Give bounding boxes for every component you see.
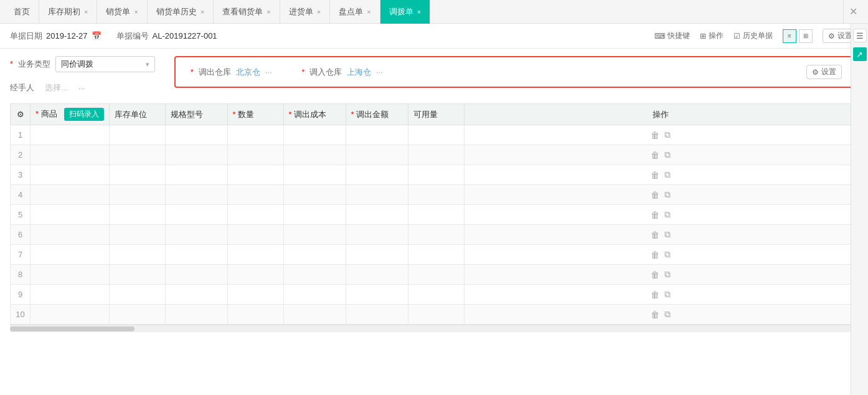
close-purchase[interactable]: × [317, 8, 321, 16]
close-inventory-init[interactable]: × [84, 8, 88, 16]
delete-icon-3[interactable]: 🗑 [651, 170, 659, 180]
shortcuts-btn[interactable]: ⌨ 快捷键 [654, 31, 690, 41]
row-spec-4[interactable] [165, 185, 227, 205]
sidebar-expand-icon[interactable]: ↗ [853, 47, 867, 61]
delete-icon-10[interactable]: 🗑 [651, 310, 659, 320]
row-product-5[interactable] [31, 205, 110, 225]
row-product-8[interactable] [31, 265, 110, 285]
row-product-10[interactable] [31, 305, 110, 325]
tab-home[interactable]: 首页 [5, 0, 39, 24]
layout-list-btn[interactable]: ≡ [783, 29, 796, 43]
close-view-sales[interactable]: × [267, 8, 270, 16]
close-sales-order[interactable]: × [134, 8, 138, 16]
row-amount-10[interactable] [346, 305, 408, 325]
row-spec-10[interactable] [165, 305, 227, 325]
delete-icon-8[interactable]: 🗑 [651, 270, 659, 280]
warehouse-out-value[interactable]: 北京仓 [236, 67, 260, 78]
row-available-2[interactable] [408, 145, 464, 165]
row-amount-3[interactable] [346, 165, 408, 185]
row-product-1[interactable] [31, 125, 110, 145]
copy-icon-4[interactable]: ⧉ [664, 189, 671, 200]
row-qty-10[interactable] [227, 305, 283, 325]
row-available-8[interactable] [408, 265, 464, 285]
close-stocktake[interactable]: × [367, 8, 370, 16]
row-qty-8[interactable] [227, 265, 283, 285]
window-close-button[interactable]: ✕ [843, 0, 863, 24]
warehouse-in-value[interactable]: 上海仓 [347, 67, 371, 78]
row-product-7[interactable] [31, 245, 110, 265]
row-qty-7[interactable] [227, 245, 283, 265]
row-spec-7[interactable] [165, 245, 227, 265]
gear-icon[interactable]: ⚙ [17, 110, 24, 119]
row-unit-5[interactable] [109, 205, 165, 225]
row-product-2[interactable] [31, 145, 110, 165]
copy-icon-5[interactable]: ⧉ [664, 209, 671, 220]
row-available-1[interactable] [408, 125, 464, 145]
row-product-6[interactable] [31, 225, 110, 245]
row-unit-10[interactable] [109, 305, 165, 325]
row-available-10[interactable] [408, 305, 464, 325]
row-cost-7[interactable] [283, 245, 346, 265]
row-spec-8[interactable] [165, 265, 227, 285]
row-unit-2[interactable] [109, 145, 165, 165]
row-available-4[interactable] [408, 185, 464, 205]
tab-inventory-init[interactable]: 库存期初 × [39, 0, 97, 24]
row-cost-6[interactable] [283, 225, 346, 245]
row-qty-3[interactable] [227, 165, 283, 185]
delete-icon-1[interactable]: 🗑 [651, 130, 659, 140]
tab-purchase[interactable]: 进货单 × [280, 0, 330, 24]
delete-icon-2[interactable]: 🗑 [651, 150, 659, 160]
row-unit-3[interactable] [109, 165, 165, 185]
scan-input-button[interactable]: 扫码录入 [64, 108, 104, 121]
row-available-5[interactable] [408, 205, 464, 225]
row-product-3[interactable] [31, 165, 110, 185]
tab-transfer[interactable]: 调拨单 × [380, 0, 430, 24]
row-qty-2[interactable] [227, 145, 283, 165]
row-cost-1[interactable] [283, 125, 346, 145]
row-cost-5[interactable] [283, 205, 346, 225]
row-cost-2[interactable] [283, 145, 346, 165]
copy-icon-3[interactable]: ⧉ [664, 169, 671, 180]
row-unit-8[interactable] [109, 265, 165, 285]
row-cost-8[interactable] [283, 265, 346, 285]
copy-icon-7[interactable]: ⧉ [664, 249, 671, 260]
row-amount-2[interactable] [346, 145, 408, 165]
copy-icon-6[interactable]: ⧉ [664, 229, 671, 240]
warehouse-out-more-icon[interactable]: ··· [265, 67, 272, 77]
delete-icon-9[interactable]: 🗑 [651, 290, 659, 300]
row-spec-2[interactable] [165, 145, 227, 165]
operator-input[interactable]: 选择... [39, 80, 73, 96]
row-spec-3[interactable] [165, 165, 227, 185]
layout-grid-btn[interactable]: ⊞ [799, 29, 813, 43]
row-available-3[interactable] [408, 165, 464, 185]
row-product-4[interactable] [31, 185, 110, 205]
scroll-thumb[interactable] [10, 326, 134, 331]
tab-view-sales[interactable]: 查看销货单 × [214, 0, 280, 24]
row-product-9[interactable] [31, 285, 110, 305]
delete-icon-6[interactable]: 🗑 [651, 230, 659, 240]
row-cost-10[interactable] [283, 305, 346, 325]
history-btn[interactable]: ☑ 历史单据 [734, 31, 773, 41]
copy-icon-8[interactable]: ⧉ [664, 269, 671, 280]
delete-icon-7[interactable]: 🗑 [651, 250, 659, 260]
row-amount-4[interactable] [346, 185, 408, 205]
row-amount-8[interactable] [346, 265, 408, 285]
row-amount-6[interactable] [346, 225, 408, 245]
row-amount-1[interactable] [346, 125, 408, 145]
row-cost-9[interactable] [283, 285, 346, 305]
row-qty-9[interactable] [227, 285, 283, 305]
row-unit-6[interactable] [109, 225, 165, 245]
row-spec-6[interactable] [165, 225, 227, 245]
row-amount-9[interactable] [346, 285, 408, 305]
row-cost-3[interactable] [283, 165, 346, 185]
row-qty-4[interactable] [227, 185, 283, 205]
warehouse-in-more-icon[interactable]: ··· [376, 67, 383, 77]
row-available-9[interactable] [408, 285, 464, 305]
row-spec-9[interactable] [165, 285, 227, 305]
scroll-area[interactable] [10, 325, 858, 332]
copy-icon-9[interactable]: ⧉ [664, 289, 671, 300]
row-qty-5[interactable] [227, 205, 283, 225]
tab-sales-history[interactable]: 销货单历史 × [148, 0, 214, 24]
business-type-select[interactable]: 同价调拨 ▾ [55, 56, 155, 72]
row-available-7[interactable] [408, 245, 464, 265]
